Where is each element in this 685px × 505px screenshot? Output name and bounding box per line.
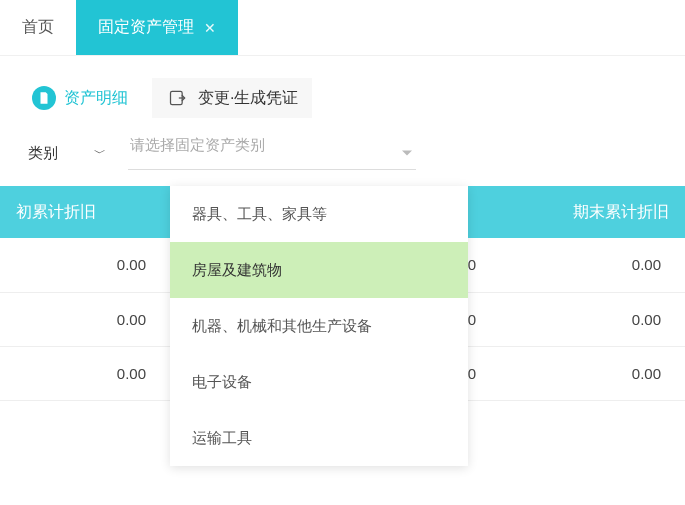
table-area: 初累计折旧 期末累计折旧 0.00 00 0.00 0.00 00 0.00 0… bbox=[0, 186, 685, 401]
sub-tabs: 资产明细 变更·生成凭证 bbox=[0, 56, 685, 118]
category-select[interactable]: 请选择固定资产类别 bbox=[128, 136, 416, 170]
filter-category-label: 类别 bbox=[28, 144, 58, 163]
top-nav: 首页 固定资产管理 ✕ bbox=[0, 0, 685, 56]
filter-row: 类别 ﹀ 请选择固定资产类别 bbox=[0, 118, 685, 184]
caret-down-icon bbox=[402, 151, 412, 156]
cell-init-depr: 0.00 bbox=[0, 346, 170, 400]
category-select-input[interactable]: 请选择固定资产类别 bbox=[128, 136, 416, 170]
nav-home[interactable]: 首页 bbox=[0, 0, 76, 55]
cell-init-depr: 0.00 bbox=[0, 238, 170, 292]
dropdown-option-label: 电子设备 bbox=[192, 373, 252, 392]
tab-asset-detail-label: 资产明细 bbox=[64, 88, 128, 109]
filter-category-toggle[interactable]: 类别 ﹀ bbox=[28, 144, 106, 163]
dropdown-option-label: 运输工具 bbox=[192, 429, 252, 448]
cell-end-depr: 0.00 bbox=[500, 238, 685, 292]
tab-asset-detail[interactable]: 资产明细 bbox=[18, 78, 142, 118]
document-icon bbox=[32, 86, 56, 110]
nav-home-label: 首页 bbox=[22, 17, 54, 38]
col-header-init-depr: 初累计折旧 bbox=[0, 186, 170, 238]
dropdown-option-label: 房屋及建筑物 bbox=[192, 261, 282, 280]
cell-init-depr: 0.00 bbox=[0, 292, 170, 346]
swap-icon bbox=[166, 86, 190, 110]
dropdown-option[interactable]: 运输工具 bbox=[170, 410, 468, 466]
dropdown-option[interactable]: 电子设备 bbox=[170, 354, 468, 410]
dropdown-option-label: 器具、工具、家具等 bbox=[192, 205, 327, 224]
nav-fixed-assets[interactable]: 固定资产管理 ✕ bbox=[76, 0, 238, 55]
nav-fixed-assets-label: 固定资产管理 bbox=[98, 17, 194, 38]
dropdown-option-label: 机器、机械和其他生产设备 bbox=[192, 317, 372, 336]
dropdown-option[interactable]: 机器、机械和其他生产设备 bbox=[170, 298, 468, 354]
cell-end-depr: 0.00 bbox=[500, 346, 685, 400]
tab-voucher[interactable]: 变更·生成凭证 bbox=[152, 78, 312, 118]
dropdown-option[interactable]: 房屋及建筑物 bbox=[170, 242, 468, 298]
tab-voucher-label: 变更·生成凭证 bbox=[198, 88, 298, 109]
chevron-down-icon: ﹀ bbox=[94, 145, 106, 162]
category-dropdown: 器具、工具、家具等 房屋及建筑物 机器、机械和其他生产设备 电子设备 运输工具 bbox=[170, 186, 468, 466]
col-header-end-depr: 期末累计折旧 bbox=[500, 186, 685, 238]
close-icon[interactable]: ✕ bbox=[204, 20, 216, 36]
dropdown-option[interactable]: 器具、工具、家具等 bbox=[170, 186, 468, 242]
cell-end-depr: 0.00 bbox=[500, 292, 685, 346]
